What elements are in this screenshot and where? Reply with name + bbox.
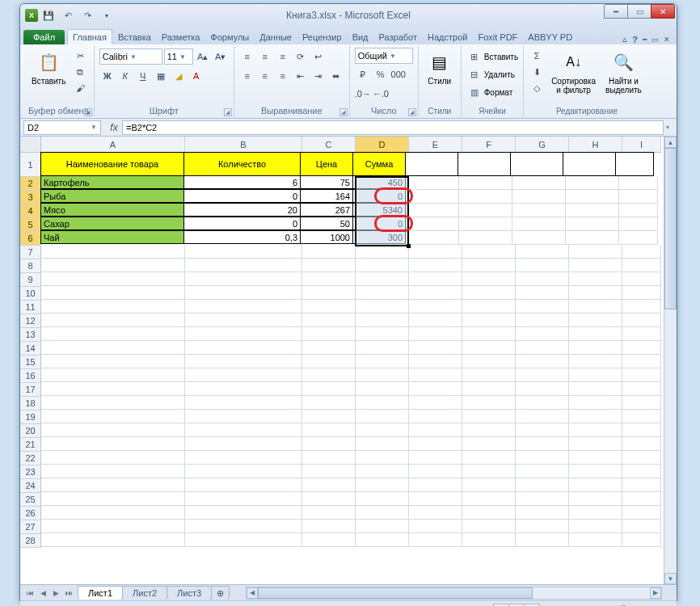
column-header-A[interactable]: A (41, 137, 185, 153)
sheet-tab-1[interactable]: Лист1 (78, 586, 123, 600)
column-header-D[interactable]: D (356, 137, 409, 153)
tab-foxit[interactable]: Foxit PDF (473, 30, 522, 44)
row-header-25[interactable]: 25 (20, 493, 41, 507)
cell[interactable] (41, 410, 185, 423)
minimize-button[interactable]: ━ (604, 4, 628, 19)
cell[interactable] (516, 245, 569, 259)
save-button[interactable]: 💾 (40, 7, 57, 23)
cell[interactable] (409, 451, 462, 465)
cell[interactable]: 50 (300, 217, 353, 230)
cell[interactable] (622, 396, 661, 410)
cell[interactable]: 20 (183, 203, 301, 217)
row-header-23[interactable]: 23 (20, 465, 41, 479)
horizontal-scrollbar[interactable]: ◀ ▶ (246, 587, 662, 600)
cell[interactable] (462, 506, 516, 520)
cell[interactable] (458, 152, 511, 176)
redo-button[interactable]: ↷ (78, 7, 96, 23)
row-header-28[interactable]: 28 (20, 534, 41, 548)
cell[interactable] (622, 437, 661, 451)
align-left-button[interactable]: ≡ (239, 68, 255, 84)
view-layout-button[interactable]: ▤ (508, 604, 525, 607)
cell[interactable] (516, 465, 569, 478)
cell[interactable] (185, 286, 302, 300)
cell[interactable] (41, 245, 185, 259)
italic-button[interactable]: К (117, 68, 133, 84)
column-header-B[interactable]: B (185, 137, 302, 153)
cell[interactable] (459, 190, 512, 204)
cell[interactable]: Чай (40, 230, 184, 244)
cell[interactable] (41, 465, 185, 478)
cell[interactable] (41, 506, 185, 520)
cell[interactable] (356, 272, 409, 286)
cell[interactable] (185, 355, 302, 368)
underline-button[interactable]: Ч (135, 68, 151, 84)
row-header-12[interactable]: 12 (20, 314, 41, 328)
cell[interactable] (356, 465, 409, 478)
sheet-nav-next[interactable]: ▶ (49, 589, 62, 597)
row-header-19[interactable]: 19 (20, 410, 41, 424)
tab-developer[interactable]: Разработ (374, 30, 422, 44)
tab-insert[interactable]: Вставка (113, 30, 156, 44)
cell[interactable]: 164 (300, 189, 353, 203)
cell[interactable]: Цена (300, 152, 353, 176)
cell[interactable] (622, 520, 661, 533)
row-header-26[interactable]: 26 (20, 507, 41, 520)
qat-customize-button[interactable]: ▾ (98, 7, 116, 23)
cell[interactable] (569, 245, 622, 259)
cell[interactable] (569, 286, 622, 300)
cell[interactable]: 450 (352, 175, 406, 189)
cell[interactable] (356, 396, 409, 410)
cell[interactable] (569, 478, 622, 492)
cell[interactable] (622, 341, 661, 355)
cell[interactable] (622, 286, 661, 300)
cell[interactable] (409, 478, 462, 492)
cell[interactable] (619, 176, 658, 190)
cell[interactable] (41, 437, 185, 451)
column-header-E[interactable]: E (409, 137, 462, 153)
cell[interactable]: Картофель (40, 175, 184, 189)
cell[interactable] (462, 286, 516, 300)
cell[interactable] (569, 382, 622, 396)
cell[interactable] (356, 341, 409, 355)
cell[interactable] (569, 437, 622, 451)
row-header-18[interactable]: 18 (20, 397, 41, 410)
autosum-button[interactable]: Σ (529, 48, 545, 64)
scroll-left-button[interactable]: ◀ (247, 587, 258, 599)
cell[interactable] (356, 382, 409, 396)
cell[interactable] (619, 204, 658, 217)
cell[interactable] (41, 478, 185, 492)
cell[interactable] (409, 355, 462, 368)
cell[interactable] (409, 492, 462, 506)
cells-area[interactable]: Наименование товараКоличествоЦенаСуммаКа… (41, 153, 661, 547)
cell[interactable]: Рыба (40, 189, 184, 203)
cell[interactable] (459, 176, 512, 190)
row-header-13[interactable]: 13 (20, 328, 41, 342)
cell[interactable] (622, 382, 661, 396)
workbook-close-button[interactable]: ✕ (664, 36, 670, 44)
cell[interactable] (356, 368, 409, 382)
cell[interactable] (302, 437, 356, 451)
cell[interactable] (406, 204, 459, 217)
row-header-9[interactable]: 9 (20, 273, 41, 287)
cell[interactable] (622, 492, 661, 506)
cell[interactable] (619, 231, 658, 245)
cell[interactable] (569, 423, 622, 437)
cell[interactable] (409, 382, 462, 396)
cell[interactable] (302, 423, 356, 437)
close-button[interactable]: ✕ (651, 4, 675, 19)
delete-cells-button[interactable]: ⊟ (466, 66, 483, 82)
cell[interactable] (516, 314, 569, 327)
cell[interactable]: Сумма (352, 152, 406, 176)
cell[interactable] (569, 506, 622, 520)
cell[interactable] (356, 327, 409, 341)
cell[interactable] (622, 478, 661, 492)
row-header-11[interactable]: 11 (20, 301, 41, 314)
cell[interactable] (356, 410, 409, 423)
cell[interactable] (409, 286, 462, 300)
cell[interactable] (512, 231, 566, 245)
row-header-14[interactable]: 14 (20, 342, 41, 356)
cell[interactable] (356, 300, 409, 314)
cell[interactable]: Мясо (40, 203, 184, 217)
cut-button[interactable]: ✂ (72, 48, 88, 64)
increase-font-button[interactable]: A▴ (195, 48, 211, 65)
